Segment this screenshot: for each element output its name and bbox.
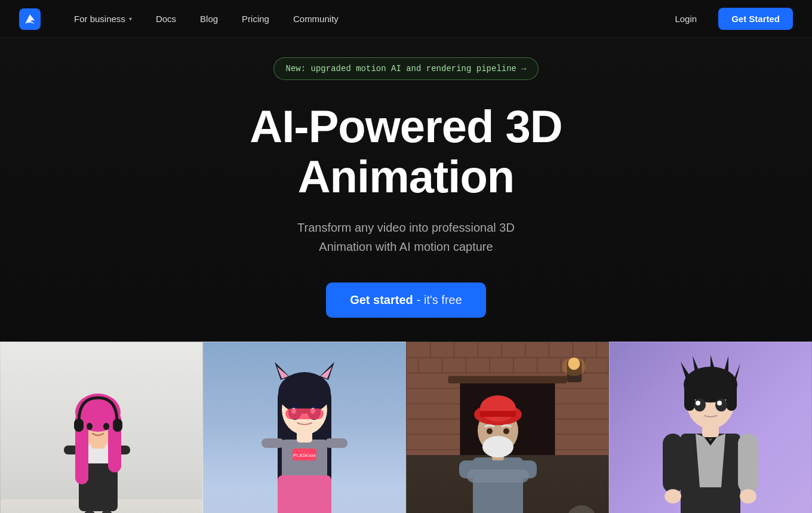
svg-rect-96	[684, 381, 695, 411]
svg-text:PLASKxxx: PLASKxxx	[293, 453, 316, 458]
svg-point-66	[562, 358, 586, 376]
svg-point-101	[717, 401, 722, 406]
svg-point-12	[87, 423, 93, 430]
old-man-figure	[450, 374, 546, 513]
hero-subtitle-line2: Animation with AI motion capture	[319, 240, 493, 253]
svg-rect-11	[113, 419, 122, 432]
svg-point-76	[482, 436, 513, 457]
gallery-item-3[interactable]	[406, 342, 609, 513]
nav-item-for-business[interactable]: For business ▾	[64, 9, 142, 29]
svg-point-99	[715, 398, 727, 411]
hero-subtitle-line1: Transform any video into professional 3D	[297, 221, 515, 234]
cta-sub-text: - it's free	[417, 293, 462, 307]
pink-hair-woman-figure	[49, 368, 144, 513]
anime-guy-figure	[651, 344, 770, 513]
svg-marker-95	[733, 363, 740, 382]
nav-label-for-business: For business	[74, 14, 125, 24]
svg-rect-20	[325, 438, 347, 448]
nav-item-pricing[interactable]: Pricing	[232, 9, 279, 29]
gallery: PLASKxxx	[0, 342, 812, 513]
nav-label-blog: Blog	[200, 14, 218, 24]
svg-point-100	[696, 401, 700, 406]
svg-rect-85	[738, 434, 758, 493]
hero-title: AI-Powered 3D Animation	[137, 102, 675, 201]
svg-point-74	[480, 395, 516, 422]
nav-links: For business ▾ Docs Blog Pricing Communi…	[64, 9, 663, 29]
svg-rect-67	[473, 457, 523, 513]
nav-label-docs: Docs	[156, 14, 176, 24]
svg-marker-91	[681, 362, 693, 381]
svg-point-77	[487, 428, 493, 434]
badge-text: New: upgraded motion AI and rendering pi…	[286, 64, 516, 73]
svg-point-78	[503, 428, 509, 434]
svg-rect-97	[726, 381, 737, 411]
svg-marker-93	[710, 355, 716, 375]
arrow-icon: →	[521, 64, 526, 73]
gallery-item-4[interactable]	[609, 342, 812, 513]
svg-rect-32	[285, 408, 324, 419]
gallery-item-1[interactable]	[0, 342, 203, 513]
gallery-card-1-inner	[1, 342, 202, 513]
svg-point-86	[665, 489, 681, 503]
svg-rect-84	[663, 434, 683, 493]
nav-right: Login Get Started	[663, 8, 793, 30]
nav-item-blog[interactable]: Blog	[190, 9, 227, 29]
logo[interactable]	[19, 8, 41, 30]
navbar: For business ▾ Docs Blog Pricing Communi…	[0, 0, 812, 38]
svg-marker-94	[722, 356, 728, 379]
hero-subtitle: Transform any video into professional 3D…	[297, 218, 515, 256]
chevron-down-icon: ▾	[129, 16, 132, 22]
gallery-card-2-inner: PLASKxxx	[204, 342, 405, 513]
svg-point-87	[740, 489, 756, 503]
cta-main-text: Get started	[350, 293, 413, 307]
gallery-item-2[interactable]: PLASKxxx	[203, 342, 406, 513]
get-started-nav-button[interactable]: Get Started	[718, 8, 793, 30]
nav-item-docs[interactable]: Docs	[146, 9, 186, 29]
hero-cta-button[interactable]: Get started - it's free	[326, 282, 486, 318]
svg-point-13	[103, 423, 109, 430]
svg-point-98	[694, 398, 706, 411]
svg-point-23	[278, 372, 331, 414]
nav-label-community: Community	[293, 14, 339, 24]
announcement-badge[interactable]: New: upgraded motion AI and rendering pi…	[273, 57, 539, 80]
nav-label-pricing: Pricing	[242, 14, 269, 24]
svg-rect-70	[467, 469, 529, 483]
svg-rect-10	[74, 419, 84, 432]
nav-item-community[interactable]: Community	[284, 9, 348, 29]
login-button[interactable]: Login	[663, 9, 709, 29]
svg-rect-18	[278, 475, 331, 513]
hero-section: New: upgraded motion AI and rendering pi…	[0, 0, 812, 342]
anime-girl-figure: PLASKxxx	[245, 350, 364, 513]
svg-rect-75	[480, 411, 516, 417]
gallery-card-3-inner	[407, 342, 608, 513]
gallery-card-4-inner	[610, 342, 811, 513]
svg-rect-19	[262, 438, 284, 448]
